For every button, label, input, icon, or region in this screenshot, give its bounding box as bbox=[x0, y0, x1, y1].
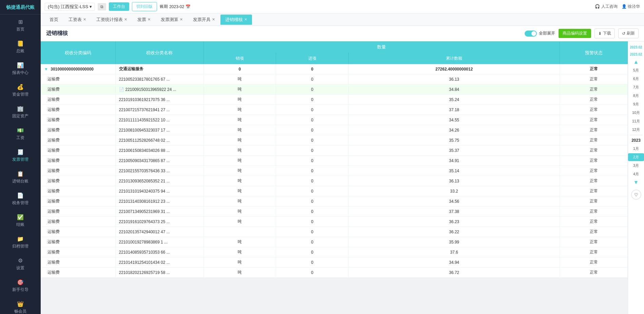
sidebar-item-trade[interactable]: 📋 进销台账 bbox=[0, 166, 41, 188]
tab-close-invoice-open[interactable]: ✕ bbox=[212, 17, 215, 22]
cell-status: 正常 bbox=[560, 115, 628, 125]
cell-purchase: 0 bbox=[276, 217, 349, 227]
cell-purchase: 0 bbox=[276, 247, 349, 257]
sidebar-item-home[interactable]: ⊞ 首页 bbox=[0, 15, 41, 36]
tab-close-salary-report[interactable]: ✕ bbox=[124, 17, 127, 22]
cell-cumulative: 35.37 bbox=[349, 145, 560, 156]
cell-invoice-num: 221014191254101434 02 ... bbox=[115, 257, 203, 268]
cell-invoice-num: 221013101943240375 94 ... bbox=[115, 186, 203, 196]
right-panel-month-11[interactable]: 11月 bbox=[628, 117, 644, 125]
right-panel-month-10[interactable]: 10月 bbox=[628, 109, 644, 117]
col-header-sales: 销项 bbox=[203, 53, 276, 64]
tab-close-salary[interactable]: ✕ bbox=[83, 17, 86, 22]
sidebar-item-tax[interactable]: 📄 税务管理 bbox=[0, 188, 41, 210]
tab-invoice[interactable]: 发票 ✕ bbox=[133, 15, 155, 25]
support-link[interactable]: 🎧 人工咨询 bbox=[595, 4, 617, 9]
trade-icon: 📋 bbox=[17, 171, 24, 177]
heart-icon[interactable]: ♡ bbox=[631, 190, 641, 200]
tab-salary-report[interactable]: 工资统计报表 ✕ bbox=[92, 15, 132, 25]
sidebar-item-asset[interactable]: 🏢 固定资产 bbox=[0, 101, 41, 123]
page-header: 进销稽核 全部展开 商品编码设置 ⬇ 下载 ↺ 刷新 bbox=[41, 26, 644, 41]
scroll-up-arrow[interactable]: ▲ bbox=[633, 58, 640, 66]
commodity-settings-button[interactable]: 商品编码设置 bbox=[559, 29, 591, 38]
cell-status: 正常 bbox=[560, 186, 628, 196]
right-panel-month-5[interactable]: 5月 bbox=[628, 66, 644, 74]
cell-unit: 吨 bbox=[203, 115, 276, 125]
calendar-icon[interactable]: 📅 bbox=[186, 4, 191, 9]
cell-status: 正常 bbox=[560, 176, 628, 186]
tab-invoice-calc[interactable]: 发票测算 ✕ bbox=[156, 15, 188, 25]
cell-invoice-num: 221007215737621941 27 ... bbox=[115, 105, 203, 115]
right-panel-year-2023: 2023 bbox=[628, 137, 644, 144]
right-panel-month-12[interactable]: 12月 bbox=[628, 126, 644, 134]
switch-version-button[interactable]: 切到旧版 bbox=[132, 2, 157, 11]
workspace-button[interactable]: 工作台 bbox=[109, 2, 129, 11]
cell-purchase: 0 bbox=[276, 176, 349, 186]
download-button[interactable]: ⬇ 下载 bbox=[594, 28, 615, 38]
sidebar-item-fund[interactable]: 💰 资金管理 bbox=[0, 80, 41, 101]
expand-arrow[interactable]: ▼ bbox=[44, 67, 48, 72]
cell-code: 运输费 bbox=[41, 115, 115, 125]
cell-status: 正常 bbox=[560, 135, 628, 145]
right-panel-month-6[interactable]: 6月 bbox=[628, 75, 644, 83]
table-area: 税收分类编码 税收分类名称 数量 预警状态 bbox=[41, 41, 628, 314]
user-menu[interactable]: 👤 徐泾华 bbox=[622, 4, 640, 9]
sidebar-item-report[interactable]: 📊 报表中心 bbox=[0, 58, 41, 80]
right-panel-year-top2[interactable]: 2023.02 bbox=[628, 51, 644, 58]
right-panel-month-3[interactable]: 3月 bbox=[628, 162, 644, 170]
tab-home[interactable]: 首页 bbox=[45, 15, 63, 25]
right-panel-month-9[interactable]: 9月 bbox=[628, 100, 644, 108]
scroll-down-arrow[interactable]: ▼ bbox=[633, 179, 640, 186]
tab-close-invoice[interactable]: ✕ bbox=[148, 17, 151, 22]
company-selector[interactable]: (勾当) 江西报宝-LSS ▾ bbox=[45, 3, 95, 11]
table-row: 运输费 221005233817801765 67 ... 吨 0 36.13 … bbox=[41, 74, 628, 84]
table-row: 运输费 221008100945323037 17 ... 吨 0 34.26 … bbox=[41, 125, 628, 135]
sidebar-item-salary[interactable]: 💵 工资 bbox=[0, 123, 41, 145]
dropdown-icon: ▾ bbox=[90, 4, 92, 9]
table-row: 运输费 221013101943240375 94 ... 吨 0 33.2 正… bbox=[41, 186, 628, 196]
cell-code: 运输费 bbox=[41, 166, 115, 176]
cell-unit: 吨 bbox=[203, 156, 276, 166]
sidebar-item-settings[interactable]: ⚙ 设置 bbox=[0, 253, 41, 275]
right-panel-month-1[interactable]: 1月 bbox=[628, 145, 644, 153]
table-row: 运输费 221014191254101434 02 ... 吨 0 34.94 … bbox=[41, 257, 628, 268]
tax-icon: 📄 bbox=[17, 192, 24, 199]
tab-close-invoice-calc[interactable]: ✕ bbox=[180, 17, 183, 22]
right-panel-month-4[interactable]: 4月 bbox=[628, 170, 644, 178]
cell-invoice-num: 221011111435921522 10 ... bbox=[115, 115, 203, 125]
cell-unit: 吨 bbox=[203, 247, 276, 257]
tab-sales-check[interactable]: 进销稽核 ✕ bbox=[220, 15, 252, 25]
member-icon: 👑 bbox=[17, 301, 24, 307]
sidebar-item-invoice[interactable]: 🧾 发票管理 bbox=[0, 145, 41, 166]
cell-invoice-num: 221008100945323037 17 ... bbox=[115, 125, 203, 135]
tab-salary[interactable]: 工资表 ✕ bbox=[64, 15, 91, 25]
sidebar-item-member[interactable]: 👑 畅会员 bbox=[0, 297, 41, 314]
sidebar-item-ledger[interactable]: 📒 总账 bbox=[0, 36, 41, 58]
cell-cumulative: 34.56 bbox=[349, 196, 560, 207]
cell-code: 运输费 bbox=[41, 84, 115, 95]
page-actions: 全部展开 商品编码设置 ⬇ 下载 ↺ 刷新 bbox=[525, 28, 639, 38]
cell-invoice-num: 221006150834034026 88 ... bbox=[115, 145, 203, 156]
right-panel-year-top[interactable]: 2023.02 bbox=[628, 44, 644, 51]
cell-invoice-num: 221019161029764373 25 ... bbox=[115, 217, 203, 227]
cell-purchase: 0 bbox=[276, 207, 349, 217]
cell-cumulative: 27262.40000000012 bbox=[349, 64, 560, 74]
cell-invoice-num: 221013140308161912 23 ... bbox=[115, 196, 203, 207]
expand-toggle[interactable] bbox=[525, 31, 537, 37]
cell-code: 运输费 bbox=[41, 95, 115, 105]
tab-close-sales-check[interactable]: ✕ bbox=[244, 17, 247, 22]
cell-invoice-num: 221005090343170865 87 ... bbox=[115, 156, 203, 166]
sidebar-item-settlement[interactable]: ✅ 结账 bbox=[0, 210, 41, 232]
salary-icon: 💵 bbox=[17, 127, 24, 134]
right-panel-month-8[interactable]: 8月 bbox=[628, 92, 644, 100]
right-panel-month-2-current[interactable]: 2月 bbox=[628, 153, 644, 161]
sidebar-item-archive[interactable]: 📁 归档管理 bbox=[0, 232, 41, 253]
tab-invoice-open[interactable]: 发票开具 ✕ bbox=[188, 15, 220, 25]
copy-button[interactable]: ⧉ bbox=[98, 3, 106, 11]
sidebar-item-guide[interactable]: 🎯 新手引导 bbox=[0, 275, 41, 297]
right-panel-month-7[interactable]: 7月 bbox=[628, 83, 644, 91]
settlement-icon: ✅ bbox=[17, 214, 24, 220]
refresh-button[interactable]: ↺ 刷新 bbox=[618, 28, 639, 38]
col-header-cumulative: 累计数额 bbox=[349, 53, 560, 64]
cell-code: 运输费 bbox=[41, 176, 115, 186]
